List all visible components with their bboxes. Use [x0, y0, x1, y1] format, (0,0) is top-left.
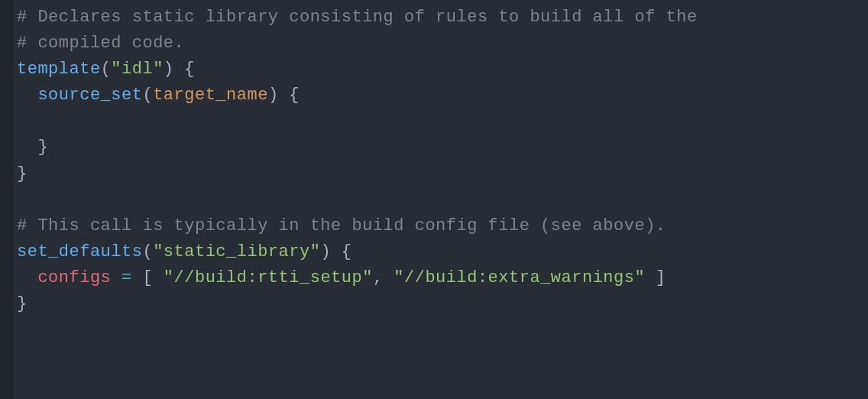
- code-token: =: [121, 268, 132, 287]
- code-line[interactable]: }: [17, 291, 698, 317]
- code-line[interactable]: # Declares static library consisting of …: [17, 5, 698, 31]
- code-token: source_set: [37, 86, 142, 105]
- code-token: }: [17, 164, 28, 183]
- code-token: [17, 86, 37, 105]
- code-line[interactable]: # compiled code.: [17, 31, 698, 57]
- code-token: ) {: [164, 60, 195, 79]
- code-token: "//build:rtti_setup": [164, 268, 373, 287]
- code-token: }: [17, 138, 48, 157]
- code-token: [111, 268, 121, 287]
- code-token: "static_library": [153, 242, 320, 261]
- code-editor[interactable]: # Declares static library consisting of …: [14, 0, 701, 399]
- code-token: configs: [37, 268, 111, 287]
- code-line[interactable]: template("idl") {: [17, 57, 698, 83]
- code-token: [17, 268, 37, 287]
- editor-gutter: [0, 0, 14, 399]
- code-token: ]: [645, 268, 666, 287]
- code-line[interactable]: [17, 109, 698, 135]
- code-token: "//build:extra_warnings": [394, 268, 645, 287]
- code-token: set_defaults: [17, 242, 142, 261]
- code-line[interactable]: source_set(target_name) {: [17, 83, 698, 109]
- code-line[interactable]: configs = [ "//build:rtti_setup", "//bui…: [17, 265, 698, 291]
- code-token: # compiled code.: [17, 34, 184, 53]
- code-token: template: [17, 60, 101, 79]
- code-token: ) {: [320, 242, 351, 261]
- code-token: # Declares static library consisting of …: [17, 8, 698, 27]
- code-line[interactable]: }: [17, 135, 698, 161]
- code-line[interactable]: }: [17, 161, 698, 187]
- code-token: ) {: [268, 86, 300, 105]
- code-token: # This call is typically in the build co…: [17, 216, 666, 235]
- code-token: "idl": [111, 60, 164, 79]
- code-token: }: [17, 294, 28, 313]
- code-token: (: [142, 242, 153, 261]
- code-token: [: [132, 268, 164, 287]
- code-token: ,: [373, 268, 394, 287]
- code-token: target_name: [153, 86, 268, 105]
- code-line[interactable]: set_defaults("static_library") {: [17, 239, 698, 265]
- code-token: (: [101, 60, 112, 79]
- code-line[interactable]: # This call is typically in the build co…: [17, 213, 698, 239]
- code-token: (: [142, 86, 153, 105]
- code-line[interactable]: [17, 187, 698, 213]
